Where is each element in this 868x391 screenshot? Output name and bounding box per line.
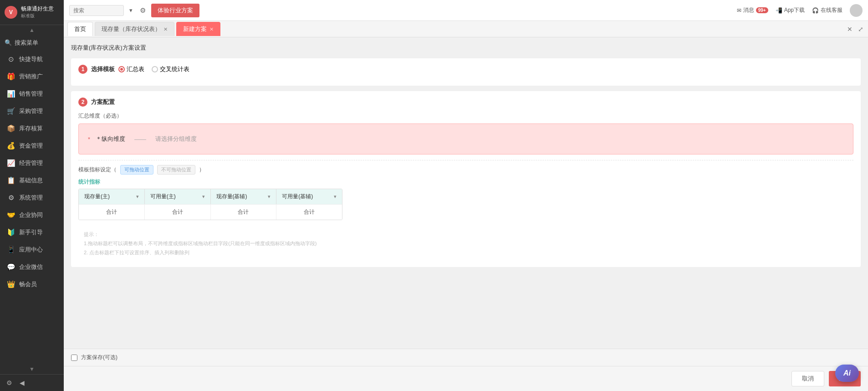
topbar-service-label: 在线客服: [821, 6, 842, 14]
stats-header-row: 现存量(主) ▾ 可用量(主) ▾ 现存量(基辅) ▾ 可用量(基辅) ▾: [79, 189, 342, 204]
topbar-trial-btn[interactable]: 体验行业方案: [151, 4, 199, 17]
sidebar-item-system[interactable]: ⚙ 系统管理: [0, 189, 64, 206]
stats-col3-header[interactable]: 现存量(基辅) ▾: [211, 189, 277, 204]
sidebar-search[interactable]: 🔍 搜索菜单: [0, 35, 64, 51]
topbar-avatar[interactable]: [850, 4, 863, 17]
stats-body-row: 合计 合计 合计 合计: [79, 204, 342, 220]
settings-footer-icon[interactable]: ⚙: [6, 379, 12, 386]
stats-col1-body: 合计: [79, 205, 145, 220]
corp-wechat-icon: 💬: [6, 263, 15, 271]
marketing-icon: 🎁: [6, 72, 15, 81]
tab-close-btn[interactable]: ✕: [846, 25, 853, 34]
topbar-appdownload-item[interactable]: 📲 App下载: [776, 6, 805, 14]
template-radio-group: 汇总表 交叉统计表: [118, 65, 189, 73]
sidebar: V 畅康通好生意 标准版 ▲ 🔍 搜索菜单 ⊙ 快捷导航 🎁 营销推广 📊 销售…: [0, 0, 64, 391]
stats-col1-header[interactable]: 现存量(主) ▾: [79, 189, 145, 204]
summary-dim-label: 汇总维度（必选）: [78, 112, 853, 120]
col4-chevron-icon[interactable]: ▾: [334, 194, 337, 200]
save-checkbox[interactable]: [71, 355, 77, 361]
sidebar-item-sales[interactable]: 📊 销售管理: [0, 85, 64, 103]
sidebar-item-vip[interactable]: 👑 畅会员: [0, 276, 64, 293]
app-name: 畅康通好生意: [21, 5, 54, 13]
tab-inventory-status-close[interactable]: ✕: [163, 26, 168, 32]
dim-dash: ——: [134, 136, 146, 143]
col3-chevron-icon[interactable]: ▾: [268, 194, 271, 200]
stats-table: 现存量(主) ▾ 可用量(主) ▾ 现存量(基辅) ▾ 可用量(基辅) ▾: [78, 189, 342, 220]
topbar-dropdown-btn[interactable]: ▾: [128, 5, 134, 15]
vip-icon: 👑: [6, 280, 15, 288]
tab-inventory-status[interactable]: 现存量（库存状况表） ✕: [95, 22, 174, 36]
sidebar-nav: ⊙ 快捷导航 🎁 营销推广 📊 销售管理 🛒 采购管理 📦 库存核算 💰 资金管…: [0, 51, 64, 364]
section1-header: 1 选择模板 汇总表 交叉统计表: [78, 65, 853, 74]
save-label: 方案保存(可选): [81, 354, 117, 361]
tab-new-scheme-close[interactable]: ✕: [209, 26, 214, 32]
sidebar-item-label: 基础信息: [19, 176, 43, 185]
msg-badge: 99+: [756, 7, 768, 13]
sidebar-item-label: 畅会员: [19, 280, 37, 288]
tab-inventory-status-label: 现存量（库存状况表）: [102, 25, 161, 33]
collapse-sidebar-icon[interactable]: ◀: [20, 379, 25, 386]
stats-col2-header[interactable]: 可用量(主) ▾: [145, 189, 211, 204]
tab-home[interactable]: 首页: [67, 22, 93, 36]
sidebar-item-operations[interactable]: 📈 经营管理: [0, 154, 64, 172]
non-draggable-tag: 不可拖动位置: [157, 165, 195, 175]
sidebar-item-label: 企业微信: [19, 263, 43, 271]
sidebar-item-purchase[interactable]: 🛒 采购管理: [0, 103, 64, 120]
sidebar-item-marketing[interactable]: 🎁 营销推广: [0, 68, 64, 85]
topbar-search-input[interactable]: [69, 5, 124, 16]
section2-header: 2 方案配置: [78, 98, 853, 107]
col1-chevron-icon[interactable]: ▾: [136, 194, 139, 200]
operations-icon: 📈: [6, 159, 15, 167]
purchase-icon: 🛒: [6, 107, 15, 115]
sidebar-footer: ⚙ ◀: [0, 374, 64, 391]
sidebar-item-corp-wechat[interactable]: 💬 企业微信: [0, 258, 64, 276]
divider1: [78, 160, 853, 160]
radio-cross-circle: [152, 66, 158, 72]
stats-col4-header[interactable]: 可用量(基辅) ▾: [276, 189, 342, 204]
radio-summary-label: 汇总表: [127, 65, 144, 73]
vertical-dim-label: ＊纵向维度: [96, 135, 125, 143]
sidebar-item-new-guide[interactable]: 🔰 新手引导: [0, 224, 64, 241]
ai-fab-button[interactable]: Ai: [835, 365, 859, 382]
tab-expand-btn[interactable]: ⤢: [857, 25, 864, 34]
tab-bar: 首页 现存量（库存状况表） ✕ 新建方案 ✕ ✕ ⤢: [64, 21, 868, 37]
stats-col3-body: 合计: [211, 205, 277, 220]
section1-num: 1: [78, 65, 87, 74]
sidebar-item-label: 新手引导: [19, 228, 43, 237]
sidebar-item-app-center[interactable]: 📱 应用中心: [0, 241, 64, 258]
sidebar-item-label: 应用中心: [19, 246, 43, 254]
sidebar-search-label: 搜索菜单: [15, 39, 38, 47]
indicator-setting-text: 模板指标设定（: [78, 166, 117, 174]
topbar-settings-btn[interactable]: ⚙: [138, 5, 148, 16]
sidebar-item-inventory[interactable]: 📦 库存核算: [0, 120, 64, 137]
sidebar-scroll-down[interactable]: ▼: [0, 364, 64, 374]
radio-summary[interactable]: 汇总表: [118, 65, 144, 73]
content-footer: 方案保存(可选): [64, 349, 868, 366]
sidebar-item-base-info[interactable]: 📋 基础信息: [0, 172, 64, 189]
sidebar-item-label: 快捷导航: [19, 55, 43, 63]
dimension-box[interactable]: * ＊纵向维度 —— 请选择分组维度: [78, 123, 853, 154]
app-edition: 标准版: [21, 13, 54, 19]
sidebar-item-quick-nav[interactable]: ⊙ 快捷导航: [0, 51, 64, 68]
app-download-icon: 📲: [776, 7, 782, 14]
sidebar-item-finance[interactable]: 💰 资金管理: [0, 137, 64, 154]
base-info-icon: 📋: [6, 176, 15, 185]
sidebar-item-corp-agreement[interactable]: 🤝 企业协同: [0, 206, 64, 224]
section2-num: 2: [78, 98, 87, 107]
page-title: 现存量(库存状况表)方案设置: [71, 44, 861, 52]
topbar: ▾ ⚙ 体验行业方案 ✉ 消息 99+ 📲 App下载 🎧 在线客服: [64, 0, 868, 21]
stats-col4-label: 可用量(基辅): [282, 193, 313, 201]
sidebar-scroll-up[interactable]: ▲: [0, 25, 64, 35]
topbar-msg-item[interactable]: ✉ 消息 99+: [737, 6, 768, 14]
stats-label: 统计指标: [78, 178, 853, 186]
search-icon: 🔍: [5, 39, 12, 46]
new-guide-icon: 🔰: [6, 228, 15, 237]
indicator-setting-label: 模板指标设定（ 可拖动位置 不可拖动位置 ）: [78, 165, 853, 175]
sidebar-item-label: 资金管理: [19, 142, 43, 150]
topbar-service-item[interactable]: 🎧 在线客服: [812, 6, 842, 14]
col2-chevron-icon[interactable]: ▾: [202, 194, 205, 200]
sidebar-item-label: 系统管理: [19, 194, 43, 202]
cancel-button[interactable]: 取消: [791, 371, 824, 386]
radio-cross[interactable]: 交叉统计表: [152, 65, 189, 73]
tab-new-scheme[interactable]: 新建方案 ✕: [176, 22, 220, 36]
